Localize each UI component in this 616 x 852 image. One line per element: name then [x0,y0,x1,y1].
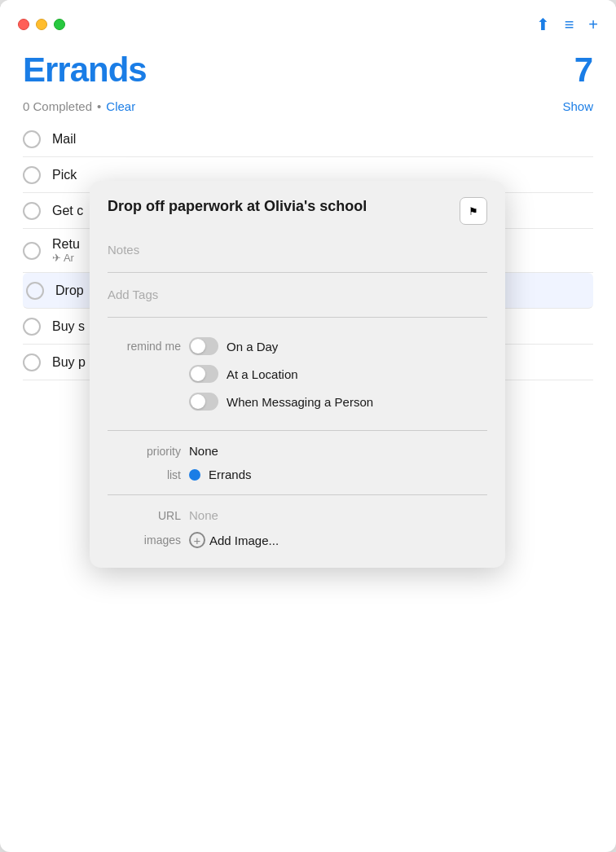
list-icon[interactable]: ≡ [565,15,574,34]
dot-separator: • [97,99,101,113]
page-count: 7 [574,51,593,90]
at-location-toggle[interactable] [189,365,218,383]
show-button[interactable]: Show [562,99,593,113]
main-content: Errands 7 0 Completed • Clear Show Mail … [0,42,616,852]
divider [108,430,487,431]
page-header: Errands 7 [23,42,593,96]
list-item: Mail [23,121,593,157]
reminder-checkbox[interactable] [23,318,41,336]
url-value[interactable]: None [189,508,218,522]
on-day-label: On a Day [227,340,278,354]
list-label: list [108,468,181,481]
priority-row: priority None [108,439,487,463]
detail-title: Drop off paperwork at Olivia's school [108,197,367,216]
images-label: images [108,534,181,547]
list-row: list Errands [108,463,487,486]
divider [108,272,487,273]
remind-me-label: remind me [108,340,181,353]
divider [108,494,487,495]
app-window: ⬆ ≡ + Errands 7 0 Completed • Clear Show… [0,0,616,852]
reminder-checkbox[interactable] [23,242,41,260]
notes-field[interactable]: Notes [108,236,487,264]
add-image-label: Add Image... [209,534,279,547]
page-title: Errands [23,51,147,90]
reminder-text: Mail [52,132,443,147]
location-icon: ✈ [52,252,61,264]
reminder-text: Pick [52,168,443,182]
reminder-checkbox[interactable] [23,202,41,220]
close-button[interactable] [18,19,29,30]
tags-field[interactable]: Add Tags [108,281,487,309]
divider [108,317,487,318]
at-location-label: At a Location [227,367,298,381]
reminder-checkbox[interactable] [23,130,41,148]
add-image-button[interactable]: + Add Image... [189,532,279,548]
add-image-icon: + [189,532,205,548]
list-color-dot [189,469,200,481]
toolbar: ⬆ ≡ + [536,15,598,34]
completed-label: 0 Completed [23,99,92,113]
completed-info: 0 Completed • Clear [23,99,135,113]
remind-me-section: remind me On a Day At a Location When Me… [108,326,487,422]
url-label: URL [108,509,181,522]
list-value[interactable]: Errands [209,468,252,481]
add-icon[interactable]: + [588,15,598,34]
reminder-checkbox[interactable] [23,166,41,184]
flag-button[interactable]: ⚑ [460,197,487,225]
url-row: URL None [108,503,487,527]
clear-button[interactable]: Clear [106,99,135,113]
completed-bar: 0 Completed • Clear Show [23,96,593,121]
reminder-checkbox[interactable] [26,282,44,300]
reminder-sublabel: ✈ Ar [52,252,80,264]
maximize-button[interactable] [54,19,65,30]
share-icon[interactable]: ⬆ [536,15,550,34]
priority-value[interactable]: None [189,444,218,458]
remind-at-location-row: At a Location [108,360,487,388]
reminder-checkbox[interactable] [23,354,41,371]
reminder-text: Retu [52,237,80,252]
when-messaging-label: When Messaging a Person [227,395,373,409]
detail-card: Drop off paperwork at Olivia's school ⚑ … [90,181,505,568]
priority-label: priority [108,445,181,458]
minimize-button[interactable] [36,19,47,30]
traffic-lights [18,19,65,30]
when-messaging-toggle[interactable] [189,393,218,411]
remind-on-day-row: remind me On a Day [108,332,487,360]
notes-placeholder: Notes [108,243,139,257]
tags-placeholder: Add Tags [108,288,158,301]
reminder-sublabel-row: Retu ✈ Ar [52,237,80,264]
title-bar: ⬆ ≡ + [0,0,616,42]
flag-icon: ⚑ [469,205,478,217]
images-row: images + Add Image... [108,527,487,553]
on-day-toggle[interactable] [189,337,218,355]
remind-when-messaging-row: When Messaging a Person [108,388,487,415]
detail-card-header: Drop off paperwork at Olivia's school ⚑ [108,197,487,225]
